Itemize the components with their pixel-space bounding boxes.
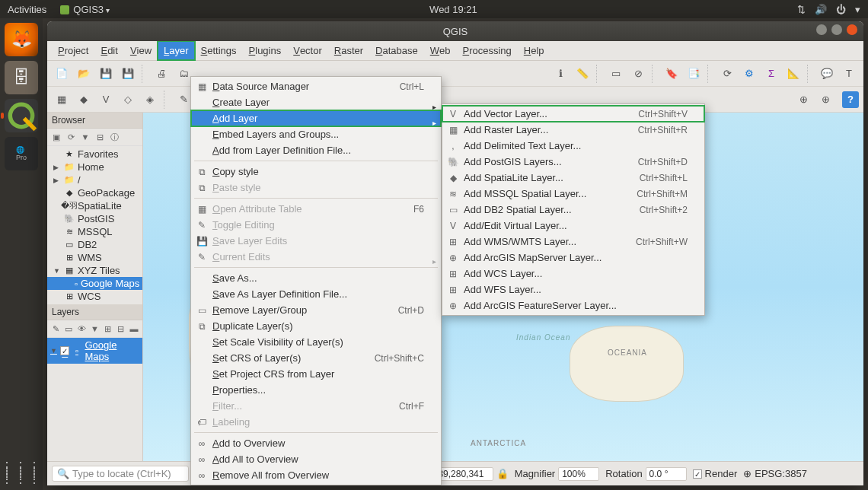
browser-properties-icon[interactable]: ⓘ: [108, 131, 120, 143]
menu-item-add-layer[interactable]: Add Layer: [191, 110, 441, 126]
menu-plugins[interactable]: Plugins: [243, 41, 288, 60]
submenu-item-add-raster-layer-[interactable]: ▦Add Raster Layer...Ctrl+Shift+R: [442, 122, 704, 138]
menu-processing[interactable]: Processing: [457, 41, 518, 60]
submenu-item-add-edit-virtual-layer-[interactable]: VAdd/Edit Virtual Layer...: [442, 218, 704, 234]
browser-item-mssql[interactable]: ≋MSSQL: [47, 225, 142, 238]
crs-icon[interactable]: ⊕: [743, 468, 752, 479]
power-icon[interactable]: ⏻: [836, 4, 846, 15]
browser-add-icon[interactable]: ▣: [50, 131, 62, 143]
statistics-button[interactable]: Σ: [761, 64, 781, 84]
app-menu[interactable]: QGIS3: [60, 4, 110, 15]
browser-item-google-maps[interactable]: ▫Google Maps: [47, 277, 142, 290]
submenu-item-add-wms-wmts-layer-[interactable]: ⊞Add WMS/WMTS Layer...Ctrl+Shift+W: [442, 234, 704, 250]
menu-view[interactable]: View: [124, 41, 158, 60]
magnifier-input[interactable]: 100%: [558, 467, 599, 481]
submenu-item-add-postgis-layers-[interactable]: 🐘Add PostGIS Layers...Ctrl+Shift+D: [442, 154, 704, 170]
help-button[interactable]: ?: [842, 91, 859, 108]
layers-add-group-icon[interactable]: ▭: [63, 323, 74, 335]
save-project-button[interactable]: 💾: [96, 64, 116, 84]
window-minimize[interactable]: [816, 24, 827, 35]
launcher-firefox[interactable]: 🦊: [5, 23, 38, 56]
browser-item-spatialite[interactable]: �羽SpatiaLite: [47, 199, 142, 212]
submenu-item-add-mssql-spatial-layer-[interactable]: ≋Add MSSQL Spatial Layer...Ctrl+Shift+M: [442, 186, 704, 202]
menu-item-remove-layer-group[interactable]: ▭Remove Layer/GroupCtrl+D: [191, 302, 441, 318]
new-bookmark-button[interactable]: 🔖: [662, 64, 681, 84]
browser-item-wcs[interactable]: ⊞WCS: [47, 290, 142, 303]
window-close[interactable]: [847, 24, 857, 35]
menu-item-set-project-crs-from-layer[interactable]: Set Project CRS from Layer: [191, 366, 441, 382]
menu-item-add-all-to-overview[interactable]: ∞Add All to Overview: [191, 451, 441, 467]
network-icon[interactable]: ⇅: [797, 4, 806, 15]
submenu-item-add-spatialite-layer-[interactable]: ◆Add SpatiaLite Layer...Ctrl+Shift+L: [442, 170, 704, 186]
menu-item-copy-style[interactable]: ⧉Copy style: [191, 164, 441, 180]
launcher-qgis[interactable]: [5, 99, 38, 132]
menu-edit[interactable]: Edit: [94, 41, 123, 60]
browser-item-db2[interactable]: ▭DB2: [47, 238, 142, 251]
print-layout-button[interactable]: 🖨: [152, 64, 171, 84]
menu-settings[interactable]: Settings: [195, 41, 243, 60]
menu-database[interactable]: Database: [369, 41, 424, 60]
select-button[interactable]: ▭: [606, 64, 626, 84]
layers-filter-icon[interactable]: ▼: [89, 323, 100, 335]
menu-item-remove-all-from-overview[interactable]: ∞Remove All from Overview: [191, 467, 441, 483]
browser-tree[interactable]: ★Favorites▶📁Home▶📁/◆GeoPackage�羽SpatiaLi…: [47, 146, 142, 304]
browser-collapse-icon[interactable]: ⊟: [94, 131, 106, 143]
menu-layer[interactable]: Layer: [158, 41, 195, 60]
new-shapefile-button[interactable]: V: [96, 90, 116, 110]
menu-item-data-source-manager[interactable]: ▦Data Source ManagerCtrl+L: [191, 78, 441, 94]
processing-toolbox-button[interactable]: ⚙: [739, 64, 759, 84]
menu-item-embed-layers-and-groups-[interactable]: Embed Layers and Groups...: [191, 126, 441, 142]
sound-icon[interactable]: 🔊: [815, 4, 827, 15]
layer-menu[interactable]: ▦Data Source ManagerCtrl+LCreate LayerAd…: [190, 76, 442, 485]
submenu-item-add-wfs-layer-[interactable]: ⊞Add WFS Layer...: [442, 282, 704, 298]
menu-web[interactable]: Web: [424, 41, 457, 60]
submenu-item-add-arcgis-mapserver-layer-[interactable]: ⊕Add ArcGIS MapServer Layer...: [442, 250, 704, 266]
menu-raster[interactable]: Raster: [328, 41, 369, 60]
deselect-button[interactable]: ⊘: [628, 64, 648, 84]
menu-item-add-to-overview[interactable]: ∞Add to Overview: [191, 435, 441, 451]
submenu-item-add-wcs-layer-[interactable]: ⊞Add WCS Layer...: [442, 266, 704, 282]
open-project-button[interactable]: 📂: [74, 64, 94, 84]
new-memory-layer-button[interactable]: ◈: [140, 90, 160, 110]
menu-item-properties-[interactable]: Properties...: [191, 382, 441, 398]
render-checkbox[interactable]: [693, 469, 702, 479]
menu-item-set-crs-of-layer-s-[interactable]: Set CRS of Layer(s)Ctrl+Shift+C: [191, 350, 441, 366]
submenu-item-add-delimited-text-layer-[interactable]: ,Add Delimited Text Layer...: [442, 138, 704, 154]
menu-item-set-scale-visibility-of-layer-s-[interactable]: Set Scale Visibility of Layer(s): [191, 334, 441, 350]
launcher-show-apps[interactable]: ⋮⋮⋮⋮⋮⋮⋮⋮⋮: [1, 464, 42, 482]
measure-button[interactable]: 📏: [573, 64, 592, 84]
layers-visibility-icon[interactable]: 👁: [76, 323, 87, 335]
browser-item-wms[interactable]: ⊞WMS: [47, 251, 142, 264]
new-spatialite-button[interactable]: ◇: [118, 90, 138, 110]
launcher-google-earth[interactable]: 🌐Pro: [5, 137, 38, 170]
window-maximize[interactable]: [831, 24, 842, 35]
menu-help[interactable]: Help: [518, 41, 550, 60]
layers-collapse-icon[interactable]: ⊟: [116, 323, 126, 335]
add-layer-submenu[interactable]: VAdd Vector Layer...Ctrl+Shift+V▦Add Ras…: [442, 103, 705, 316]
layers-expand-icon[interactable]: ⊞: [103, 323, 113, 335]
layer-item-google-maps[interactable]: ▼▫Google Maps: [47, 338, 142, 364]
menu-vector[interactable]: Vector: [287, 41, 328, 60]
map-tips-button[interactable]: 💬: [817, 64, 837, 84]
data-source-manager-button[interactable]: ▦: [52, 90, 72, 110]
plugin-button-1[interactable]: ⊕: [793, 90, 813, 110]
menu-project[interactable]: Project: [52, 41, 94, 60]
browser-item-home[interactable]: ▶📁Home: [47, 161, 142, 173]
system-menu-caret[interactable]: ▾: [855, 4, 860, 15]
browser-item-postgis[interactable]: 🐘PostGIS: [47, 212, 142, 225]
scale-lock-icon[interactable]: 🔒: [496, 468, 509, 479]
new-project-button[interactable]: 📄: [52, 64, 72, 84]
activities-button[interactable]: Activities: [8, 4, 46, 15]
menu-item-create-layer[interactable]: Create Layer: [191, 94, 441, 110]
bookmarks-button[interactable]: 📑: [684, 64, 704, 84]
menu-item-save-as-layer-definition-file-[interactable]: Save As Layer Definition File...: [191, 286, 441, 302]
layers-styling-icon[interactable]: ✎: [50, 323, 61, 335]
menu-item-duplicate-layer-s-[interactable]: ⧉Duplicate Layer(s): [191, 318, 441, 334]
measure-line-button[interactable]: 📐: [783, 64, 803, 84]
crs-label[interactable]: EPSG:3857: [755, 468, 807, 479]
locator-input[interactable]: 🔍 Type to locate (Ctrl+K): [52, 466, 189, 482]
submenu-item-add-arcgis-featureserver-layer-[interactable]: ⊕Add ArcGIS FeatureServer Layer...: [442, 298, 704, 313]
browser-item-xyz-tiles[interactable]: ▼▦XYZ Tiles: [47, 264, 142, 277]
layers-remove-icon[interactable]: ▬: [129, 323, 139, 335]
submenu-item-add-vector-layer-[interactable]: VAdd Vector Layer...Ctrl+Shift+V: [442, 106, 704, 122]
